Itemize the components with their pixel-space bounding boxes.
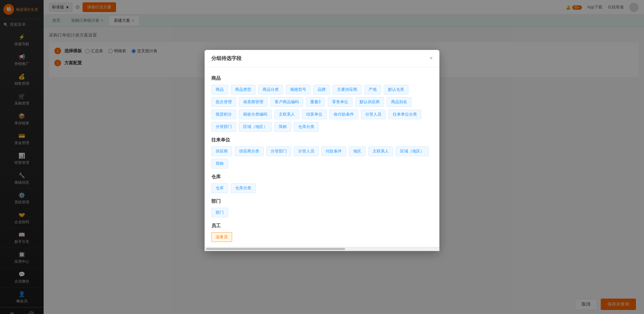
field-btn-区域（地区）[interactable]: 区域（地区） (396, 146, 429, 156)
field-btn-商品[interactable]: 商品 (211, 85, 228, 95)
field-btn-仓库分类[interactable]: 仓库分类 (294, 122, 319, 132)
field-btn-分管人员[interactable]: 分管人员 (294, 146, 319, 156)
field-btn-简称[interactable]: 简称 (274, 122, 291, 132)
field-btn-保质期管理[interactable]: 保质期管理 (239, 97, 268, 107)
field-btn-商品别名[interactable]: 商品别名 (387, 97, 412, 107)
section-label-staff: 员工 (211, 223, 433, 229)
field-btn-仓库分类[interactable]: 仓库分类 (231, 183, 256, 193)
section-label-warehouse: 仓库 (211, 174, 433, 180)
field-btn-简称[interactable]: 简称 (211, 159, 228, 169)
section-label-partner: 往来单位 (211, 137, 433, 143)
field-btn-分管人员[interactable]: 分管人员 (361, 110, 386, 119)
modal-overlay: 分组待选字段 × 商品商品商品类型商品分类规格型号品牌主要供应商产地默认仓库批次… (0, 0, 644, 314)
modal-horizontal-scrollbar[interactable] (205, 247, 439, 251)
section-label-product: 商品 (211, 75, 433, 81)
field-btn-分管部门[interactable]: 分管部门 (211, 122, 236, 132)
section-label-department: 部门 (211, 198, 433, 204)
modal-header: 分组待选字段 × (205, 50, 439, 67)
field-btn-重量3[interactable]: 重量3 (306, 97, 325, 107)
field-btn-业务员[interactable]: 业务员 (211, 232, 232, 242)
field-btn-品牌[interactable]: 品牌 (313, 85, 330, 95)
field-btn-区域（地区）[interactable]: 区域（地区） (239, 122, 272, 132)
field-btn-部门[interactable]: 部门 (211, 208, 228, 217)
field-btn-商品分类[interactable]: 商品分类 (258, 85, 283, 95)
modal-body: 商品商品商品类型商品分类规格型号品牌主要供应商产地默认仓库批次管理保质期管理客户… (205, 67, 439, 247)
fields-grid-product: 商品商品类型商品分类规格型号品牌主要供应商产地默认仓库批次管理保质期管理客户商品… (211, 85, 433, 132)
fields-grid-department: 部门 (211, 208, 433, 217)
field-btn-商品类型[interactable]: 商品类型 (231, 85, 256, 95)
field-btn-产地[interactable]: 产地 (364, 85, 381, 95)
modal-title: 分组待选字段 (211, 55, 241, 62)
field-btn-主要供应商[interactable]: 主要供应商 (333, 85, 362, 95)
fields-grid-partner: 供应商供应商分类分管部门分管人员付款条件地区主联系人区域（地区）简称 (211, 146, 433, 169)
field-btn-规格型号[interactable]: 规格型号 (286, 85, 311, 95)
field-btn-供应商分类[interactable]: 供应商分类 (235, 146, 264, 156)
field-btn-付款条件[interactable]: 付款条件 (321, 146, 346, 156)
fields-grid-warehouse: 仓库仓库分类 (211, 183, 433, 193)
field-btn-往来单位分类[interactable]: 往来单位分类 (388, 110, 421, 119)
field-btn-客户商品编码[interactable]: 客户商品编码 (270, 97, 303, 107)
field-select-modal: 分组待选字段 × 商品商品商品类型商品分类规格型号品牌主要供应商产地默认仓库批次… (205, 50, 439, 251)
field-btn-拣货积分[interactable]: 拣货积分 (211, 110, 236, 119)
field-btn-收付款条件[interactable]: 收付款条件 (329, 110, 358, 119)
field-btn-分管部门[interactable]: 分管部门 (266, 146, 291, 156)
field-btn-批次管理[interactable]: 批次管理 (211, 97, 236, 107)
modal-close-btn[interactable]: × (430, 55, 433, 61)
field-btn-默认仓库[interactable]: 默认仓库 (384, 85, 409, 95)
field-btn-主联系人[interactable]: 主联系人 (274, 110, 299, 119)
field-btn-仓库[interactable]: 仓库 (211, 183, 228, 193)
field-btn-零售单位[interactable]: 零售单位 (328, 97, 353, 107)
field-btn-主联系人[interactable]: 主联系人 (368, 146, 393, 156)
fields-grid-staff: 业务员 (211, 232, 433, 242)
field-btn-地区[interactable]: 地区 (349, 146, 366, 156)
hscroll-thumb[interactable] (206, 248, 345, 250)
field-btn-默认供应商[interactable]: 默认供应商 (355, 97, 384, 107)
field-btn-结算单位[interactable]: 结算单位 (302, 110, 327, 119)
field-btn-税收分类编码[interactable]: 税收分类编码 (239, 110, 272, 119)
field-btn-供应商[interactable]: 供应商 (211, 146, 232, 156)
